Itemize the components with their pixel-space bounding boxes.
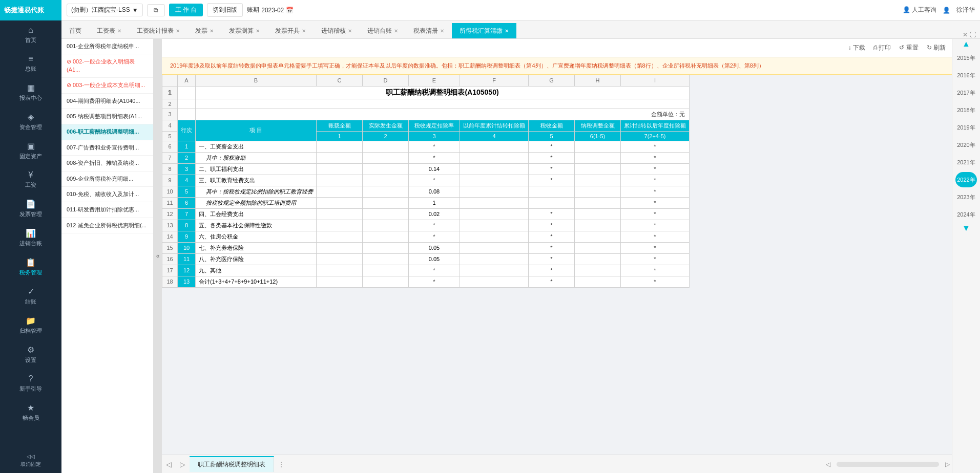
list-item-009[interactable]: 009-企业所得税补充明细... xyxy=(61,171,153,187)
g-cell[interactable]: * xyxy=(529,141,575,152)
label-cell[interactable]: 二、职工福利支出 xyxy=(196,163,317,175)
c-cell[interactable] xyxy=(317,220,363,231)
h-cell[interactable] xyxy=(575,197,621,208)
list-item-001[interactable]: 001-企业所得税年度纳税申... xyxy=(61,39,153,54)
d-cell[interactable] xyxy=(363,197,409,208)
list-item-007[interactable]: 007-广告费和业务宣传费明... xyxy=(61,140,153,156)
c-cell[interactable] xyxy=(317,231,363,242)
h-cell[interactable] xyxy=(575,265,621,276)
d-cell[interactable] xyxy=(363,253,409,265)
sidebar-item-invoice[interactable]: 📄 发票管理 xyxy=(0,194,61,223)
year-btn-2016[interactable]: 2016年 xyxy=(955,68,977,83)
d-cell[interactable] xyxy=(363,265,409,276)
sidebar-item-ledger[interactable]: ≡ 总账 xyxy=(0,49,61,78)
year-btn-2017[interactable]: 2017年 xyxy=(955,85,977,100)
h-cell[interactable] xyxy=(575,220,621,231)
e-cell[interactable]: * xyxy=(409,152,460,163)
calendar-icon[interactable]: 📅 xyxy=(286,7,294,14)
sidebar-item-tax[interactable]: 📋 税务管理 xyxy=(0,252,61,282)
label-cell[interactable]: 一、工资薪金支出 xyxy=(196,141,317,152)
g-cell[interactable]: * xyxy=(529,242,575,253)
i-cell[interactable]: * xyxy=(621,231,690,242)
f-cell[interactable] xyxy=(460,175,529,186)
i-cell[interactable]: * xyxy=(621,175,690,186)
f-cell[interactable] xyxy=(460,253,529,265)
list-item-012[interactable]: 012-减免企业所得税优惠明细(... xyxy=(61,218,153,233)
list-item-006[interactable]: 006-职工薪酬纳税调整明细... xyxy=(61,124,153,140)
label-cell[interactable]: 合计(1+3+4+7+8+9+10+11+12) xyxy=(196,276,317,287)
year-scroll-up[interactable]: ▲ xyxy=(958,39,974,49)
list-item-003[interactable]: ⊘003-一般企业成本支出明细... xyxy=(61,78,153,93)
f-cell[interactable] xyxy=(460,163,529,175)
tab-home[interactable]: 首页 xyxy=(61,23,89,38)
sidebar-item-assets[interactable]: ▣ 固定资产 xyxy=(0,136,61,165)
scroll-right-btn[interactable]: ▷ xyxy=(176,458,190,470)
f-cell[interactable] xyxy=(460,186,529,197)
collapse-panel-btn[interactable]: « xyxy=(154,39,162,473)
i-cell[interactable]: * xyxy=(621,220,690,231)
d-cell[interactable] xyxy=(363,152,409,163)
c-cell[interactable] xyxy=(317,276,363,287)
refresh-btn[interactable]: ↻ 刷新 xyxy=(927,44,946,52)
sidebar-item-settle[interactable]: ✓ 结账 xyxy=(0,282,61,311)
tab-expand[interactable]: ⛶ xyxy=(970,31,976,38)
tab-close-icon[interactable]: ✕ xyxy=(117,28,121,34)
f-cell[interactable] xyxy=(460,276,529,287)
label-cell[interactable]: 其中：按税收规定比例扣除的职工教育经费 xyxy=(196,186,317,197)
f-cell[interactable] xyxy=(460,242,529,253)
f-cell[interactable] xyxy=(460,220,529,231)
e-cell[interactable]: 0.08 xyxy=(409,186,460,197)
e-cell[interactable]: * xyxy=(409,231,460,242)
f-cell[interactable] xyxy=(460,152,529,163)
sidebar-item-capital[interactable]: ◈ 资金管理 xyxy=(0,107,61,136)
list-item-011[interactable]: 011-研发费用加计扣除优惠... xyxy=(61,202,153,218)
g-cell[interactable]: * xyxy=(529,220,575,231)
i-cell[interactable]: * xyxy=(621,253,690,265)
year-btn-2024[interactable]: 2024年 xyxy=(955,207,977,222)
year-btn-2023[interactable]: 2023年 xyxy=(955,189,977,205)
f-cell[interactable] xyxy=(460,197,529,208)
sidebar-item-newbie[interactable]: ? 新手引导 xyxy=(0,369,61,398)
h-cell[interactable] xyxy=(575,186,621,197)
d-cell[interactable] xyxy=(363,276,409,287)
d-cell[interactable] xyxy=(363,163,409,175)
label-cell[interactable]: 四、工会经费支出 xyxy=(196,208,317,220)
h-cell[interactable] xyxy=(575,163,621,175)
tab-close-icon[interactable]: ✕ xyxy=(440,28,444,34)
d-cell[interactable] xyxy=(363,231,409,242)
d-cell[interactable] xyxy=(363,242,409,253)
label-cell[interactable]: 三、职工教育经费支出 xyxy=(196,175,317,186)
e-cell[interactable]: 0.02 xyxy=(409,208,460,220)
scroll-left-btn[interactable]: ◁ xyxy=(162,458,176,470)
c-cell[interactable] xyxy=(317,208,363,220)
tab-close-icon[interactable]: ✕ xyxy=(210,28,214,34)
e-cell[interactable]: * xyxy=(409,175,460,186)
i-cell[interactable]: * xyxy=(621,276,690,287)
year-btn-2020[interactable]: 2020年 xyxy=(955,137,977,153)
copy-btn[interactable]: ⧉ xyxy=(147,4,165,16)
workbench-btn[interactable]: 工 作 台 xyxy=(169,4,203,16)
tab-close-icon[interactable]: ✕ xyxy=(176,28,180,34)
label-cell[interactable]: 六、住房公积金 xyxy=(196,231,317,242)
g-cell[interactable] xyxy=(529,197,575,208)
i-cell[interactable]: * xyxy=(621,152,690,163)
h-cell[interactable] xyxy=(575,242,621,253)
c-cell[interactable] xyxy=(317,186,363,197)
e-cell[interactable]: * xyxy=(409,220,460,231)
sidebar-unpin[interactable]: ◁◁ 取消固定 xyxy=(0,448,61,473)
spreadsheet-container[interactable]: A B C D E F G H I xyxy=(162,75,952,455)
switch-old-btn[interactable]: 切到旧版 xyxy=(207,3,243,17)
year-btn-2021[interactable]: 2021年 xyxy=(955,155,977,170)
f-cell[interactable] xyxy=(460,208,529,220)
e-cell[interactable]: 0.05 xyxy=(409,253,460,265)
tab-sales-ledger[interactable]: 进销台账✕ xyxy=(360,23,406,38)
g-cell[interactable]: * xyxy=(529,231,575,242)
e-cell[interactable]: * xyxy=(409,265,460,276)
g-cell[interactable]: * xyxy=(529,175,575,186)
sidebar-item-home[interactable]: ⌂ 首页 xyxy=(0,20,61,49)
tab-invoice[interactable]: 发票✕ xyxy=(187,23,221,38)
g-cell[interactable]: * xyxy=(529,253,575,265)
label-cell[interactable]: 九、其他 xyxy=(196,265,317,276)
f-cell[interactable] xyxy=(460,141,529,152)
tab-tax-table[interactable]: 税表清册✕ xyxy=(406,23,452,38)
